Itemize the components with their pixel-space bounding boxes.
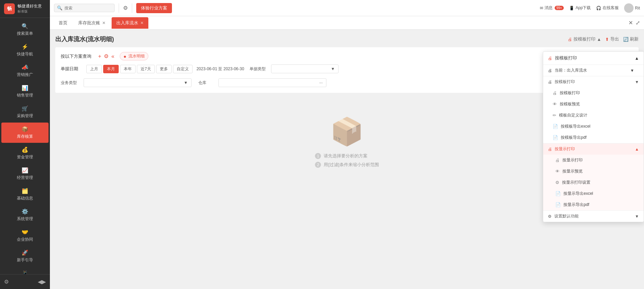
sidebar-item-label: 系统管理 [17, 216, 33, 222]
current-print-icon: 🖨 [548, 68, 552, 73]
tab-home[interactable]: 首页 [54, 17, 72, 29]
display-print-settings-item[interactable]: ⚙ 按显示打印设置 [543, 177, 644, 188]
dropdown-current[interactable]: 🖨 当前：出入库流水 ▼ [543, 65, 644, 76]
display-print-section-header[interactable]: 🖨 按显示打印 ▲ [543, 143, 644, 155]
topbar-gear-icon[interactable]: ⚙ [123, 5, 128, 11]
user-avatar-area[interactable]: Rit [624, 3, 640, 13]
display-print-item[interactable]: 🖨 按显示打印 [543, 155, 644, 166]
sidebar-item-quick-nav[interactable]: ⚡ 快捷导航 [1, 40, 49, 60]
date-btn-this-month[interactable]: 本月 [103, 65, 119, 73]
filter-collapse-icon[interactable]: « [111, 53, 114, 59]
footer-settings-icon[interactable]: ⚙ [4, 279, 9, 285]
filter-add-btns: + ⚙ « [98, 53, 114, 59]
dp-excel-label: 按显示导出excel [563, 191, 593, 196]
template-export-pdf-item[interactable]: 📄 按模板导出pdf [543, 132, 644, 143]
sidebar-item-basic[interactable]: 🗂️ 基础信息 [1, 184, 49, 205]
topbar-search-box[interactable]: 🔍 [54, 4, 115, 12]
sidebar-item-label: 快捷导航 [17, 51, 33, 57]
basic-icon: 🗂️ [22, 188, 28, 194]
display-export-excel-item[interactable]: 📄 按显示导出excel [543, 188, 644, 199]
tab-expand-btn[interactable]: ⤢ [636, 20, 640, 26]
sidebar-item-system[interactable]: ⚙️ 系统管理 [1, 205, 49, 225]
warehouse-select[interactable]: ··· [218, 78, 326, 87]
tab-close-window-btn[interactable]: ✕ [628, 20, 633, 26]
display-print-section: 🖨 按显示打印 ▲ 🖨 按显示打印 👁 按显示预览 ⚙ 按显示打印设置 [543, 143, 644, 211]
online-service-btn[interactable]: 🎧 在线客服 [596, 5, 619, 11]
page-content: 出入库流水(流水明细) 🖨 按模板打印 ▲ ⬆ 导出 🔄 刷新 [50, 30, 644, 289]
filter-tag-flow-detail[interactable]: ● 流水明细 [120, 52, 148, 60]
logo: 畅 畅捷通好生意 标准版 [0, 0, 50, 18]
dropdown-header: 🖨 按模板打印 ▲ [543, 52, 644, 65]
date-btn-more[interactable]: 更多 [156, 65, 172, 73]
date-btn-last-month[interactable]: 上月 [86, 65, 102, 73]
template-export-excel-item[interactable]: 📄 按模板导出excel [543, 121, 644, 132]
logo-subtitle: 标准版 [18, 9, 42, 14]
tab-flow[interactable]: 出入库流水 ✕ [112, 17, 148, 29]
sidebar-item-finance[interactable]: 💰 资金管理 [1, 143, 49, 163]
message-btn[interactable]: ✉ 消息 99+ [540, 5, 564, 11]
doc-type-dropdown-icon: ▼ [331, 67, 335, 71]
filter-tag-label: 流水明细 [128, 53, 145, 59]
sidebar-item-search[interactable]: 🔍 搜索菜单 [1, 20, 49, 40]
footer-collapse-icon[interactable]: ◀▶ [38, 279, 46, 285]
date-buttons: 上月 本月 本年 近7天 更多 自定义 2023-06-01 至 2023-06… [86, 65, 244, 73]
dp-print-icon: 🖨 [555, 158, 560, 163]
dp-settings-label: 按显示打印设置 [562, 180, 590, 185]
dp-pdf-label: 按显示导出pdf [563, 202, 589, 208]
display-preview-item[interactable]: 👁 按显示预览 [543, 166, 644, 177]
marketing-icon: 📣 [22, 64, 28, 71]
sidebar-item-guide[interactable]: 🚀 新手引导 [1, 246, 49, 266]
empty-illustration: 📦 [330, 116, 364, 148]
date-btn-custom[interactable]: 自定义 [173, 65, 193, 73]
date-label: 单据日期 [61, 66, 81, 72]
tp-excel-icon: 📄 [553, 124, 558, 129]
sidebar-item-label: 采购管理 [17, 113, 33, 119]
tab-batch-account-close[interactable]: ✕ [102, 21, 106, 25]
headset-icon: 🎧 [596, 6, 601, 10]
export-label: 导出 [610, 36, 619, 42]
display-export-pdf-item[interactable]: 📄 按显示导出pdf [543, 199, 644, 210]
doc-type-select[interactable]: ▼ [271, 64, 339, 73]
tp-excel-label: 按模板导出excel [561, 124, 590, 129]
current-arrow: ▼ [630, 68, 634, 73]
dropdown-footer[interactable]: ⚙ 设置默认功能 ▼ [543, 211, 644, 222]
sidebar-item-inventory[interactable]: 📦 库存核算 [1, 123, 49, 143]
template-print-item[interactable]: 🖨 按模板打印 [543, 87, 644, 99]
tab-flow-label: 出入库流水 [116, 20, 138, 26]
print-template-btn[interactable]: 🖨 按模板打印 ▲ [568, 36, 601, 42]
date-btn-this-year[interactable]: 本年 [120, 65, 136, 73]
topbar-right: ✉ 消息 99+ 📱 App下载 🎧 在线客服 Rit [540, 3, 640, 13]
sidebar-item-cooperation[interactable]: 🤝 企业协同 [1, 226, 49, 246]
dp-pdf-icon: 📄 [555, 202, 561, 207]
sidebar-item-marketing[interactable]: 📣 营销推广 [1, 61, 49, 81]
tab-bar: 首页 库存批次账 ✕ 出入库流水 ✕ ✕ ⤢ [50, 16, 644, 30]
export-btn[interactable]: ⬆ 导出 [605, 36, 619, 42]
template-print-section: 🖨 按模板打印 ▼ 🖨 按模板打印 👁 按模板预览 ✏ 模板自定义设计 [543, 76, 644, 143]
sidebar-item-sales[interactable]: 📊 销售管理 [1, 81, 49, 102]
tab-batch-account-label: 库存批次账 [78, 20, 100, 26]
topbar-search-icon: 🔍 [57, 5, 62, 10]
tab-batch-account[interactable]: 库存批次账 ✕ [74, 17, 110, 29]
sidebar-item-app-center[interactable]: 📱 应用中心 [1, 267, 49, 274]
sidebar-item-label: 搜索菜单 [17, 31, 33, 36]
filter-add-icon[interactable]: + [98, 53, 101, 59]
topbar-divider2 [132, 3, 132, 13]
refresh-icon: 🔄 [623, 37, 628, 42]
sidebar-item-operation[interactable]: 📈 经营管理 [1, 164, 49, 184]
business-type-select[interactable]: ▼ [84, 78, 192, 87]
dropdown-footer-label: 设置默认功能 [554, 213, 579, 219]
tab-flow-close[interactable]: ✕ [140, 21, 144, 25]
industry-solution-btn[interactable]: 体验行业方案 [136, 3, 172, 13]
template-print-section-header[interactable]: 🖨 按模板打印 ▼ [543, 76, 644, 87]
app-download-btn[interactable]: 📱 App下载 [569, 5, 591, 11]
template-custom-item[interactable]: ✏ 模板自定义设计 [543, 110, 644, 121]
sidebar-item-purchase[interactable]: 🛒 采购管理 [1, 102, 49, 122]
topbar-search-input[interactable] [64, 6, 105, 10]
refresh-btn[interactable]: 🔄 刷新 [623, 36, 639, 42]
filter-settings-icon[interactable]: ⚙ [104, 53, 109, 59]
template-preview-item[interactable]: 👁 按模板预览 [543, 99, 644, 110]
app-center-icon: 📱 [22, 270, 28, 274]
date-btn-7days[interactable]: 近7天 [137, 65, 155, 73]
current-label: 当前：出入库流水 [555, 68, 587, 73]
search-scheme-label: 按以下方案查询 [61, 53, 91, 59]
